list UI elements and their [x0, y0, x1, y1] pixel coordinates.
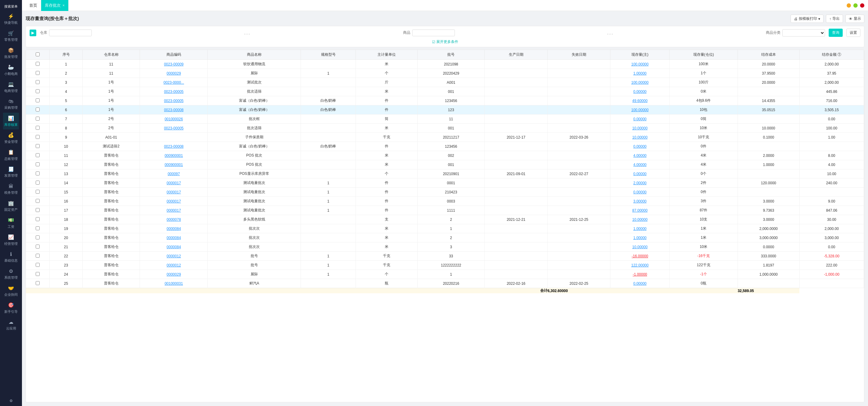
cell-code[interactable]: 0023-00008 [140, 142, 208, 151]
row-checkbox[interactable] [26, 60, 50, 69]
cell-qty_main[interactable]: 0.00000 [610, 114, 670, 124]
cell-code[interactable] [140, 133, 208, 142]
sidebar-item-云应用[interactable]: ☁云应用 [3, 316, 19, 334]
cell-code[interactable]: 000900001 [140, 160, 208, 169]
cell-code[interactable]: 0023-00008 [140, 105, 208, 114]
tab-active[interactable]: 库存批次 × [41, 0, 69, 11]
cell-qty_main[interactable]: -16.00000 [610, 251, 670, 261]
cell-qty_main[interactable]: -1.00000 [610, 270, 670, 279]
row-checkbox[interactable] [26, 188, 50, 197]
sidebar-item-新手引导[interactable]: 🎯新手引导 [3, 299, 19, 316]
row-checkbox[interactable] [26, 215, 50, 224]
cell-qty_main[interactable]: 2.00000 [610, 178, 670, 188]
warehouse-input[interactable] [49, 30, 92, 36]
sidebar-item-企业协同[interactable]: 🤝企业协同 [3, 283, 19, 300]
cell-code[interactable]: 0000029 [140, 69, 208, 78]
tab-home[interactable]: 首页 [26, 0, 41, 11]
row-checkbox[interactable] [26, 87, 50, 96]
row-checkbox[interactable] [26, 124, 50, 133]
window-close-button[interactable] [860, 3, 864, 8]
row-checkbox[interactable] [26, 251, 50, 261]
sidebar-item-资金管理[interactable]: 💰资金管理 [3, 130, 19, 146]
cell-code[interactable]: 0023-00005 [140, 87, 208, 96]
cell-qty_main[interactable]: 1.00000 [610, 224, 670, 233]
cell-code[interactable]: 0000078 [140, 215, 208, 224]
cell-qty_main[interactable]: 10.00000 [610, 133, 670, 142]
cell-code[interactable]: 0000012 [140, 251, 208, 261]
row-checkbox[interactable] [26, 69, 50, 78]
row-checkbox[interactable] [26, 105, 50, 114]
cell-qty_main[interactable]: 1.00000 [610, 233, 670, 242]
row-checkbox[interactable] [26, 78, 50, 87]
sidebar-item-快捷导航[interactable]: ⚡快捷导航 [3, 11, 19, 28]
print-button[interactable]: 🖨 按模板打印 ▾ [790, 14, 824, 23]
row-checkbox[interactable] [26, 151, 50, 160]
row-checkbox[interactable] [26, 224, 50, 233]
cell-code[interactable]: 0000012 [140, 261, 208, 270]
window-minimize-button[interactable] [847, 3, 851, 8]
cell-qty_main[interactable]: 0.00000 [610, 169, 670, 178]
cell-qty_main[interactable]: 0.00000 [610, 142, 670, 151]
cell-code[interactable]: 001000031 [140, 279, 208, 288]
cell-code[interactable]: 0000084 [140, 233, 208, 242]
sidebar-item-经营管理[interactable]: 📈经营管理 [3, 232, 19, 248]
export-button[interactable]: ↑ 导出 [826, 14, 843, 23]
cell-qty_main[interactable]: 4.00000 [610, 160, 670, 169]
cell-qty_main[interactable]: 3.00000 [610, 197, 670, 206]
row-checkbox[interactable] [26, 142, 50, 151]
cell-qty_main[interactable]: 49.60000 [610, 96, 670, 105]
cell-code[interactable]: 0000017 [140, 178, 208, 188]
cell-qty_main[interactable]: 1.00000 [610, 69, 670, 78]
show-button[interactable]: 👁 显示 [845, 14, 864, 23]
row-checkbox[interactable] [26, 197, 50, 206]
row-checkbox[interactable] [26, 270, 50, 279]
sidebar-item-小鹅电商[interactable]: 🦢小鹅电商 [3, 62, 19, 78]
sidebar-item-总账管理[interactable]: 📋总账管理 [3, 146, 19, 164]
sidebar-item-工资[interactable]: 💵工资 [3, 214, 19, 232]
sidebar-item-固定资产[interactable]: 🏢固定资产 [3, 198, 19, 215]
tab-close-icon[interactable]: × [62, 3, 65, 8]
cell-code[interactable]: 0000029 [140, 270, 208, 279]
row-checkbox[interactable] [26, 114, 50, 124]
cell-code[interactable]: 0023-0000... [140, 78, 208, 87]
cell-qty_main[interactable]: 10.00000 [610, 215, 670, 224]
query-button[interactable]: 查询 [829, 29, 843, 37]
cell-code[interactable]: 000900001 [140, 151, 208, 160]
cell-qty_main[interactable]: 100.00000 [610, 105, 670, 114]
row-checkbox[interactable] [26, 133, 50, 142]
sidebar-item-发票管理[interactable]: 🧾发票管理 [3, 164, 19, 181]
cell-qty_main[interactable]: 10.00000 [610, 242, 670, 251]
cell-qty_main[interactable]: 0.00000 [610, 188, 670, 197]
row-checkbox[interactable] [26, 279, 50, 288]
col-checkbox[interactable] [26, 50, 50, 60]
sidebar-gear-icon[interactable]: ⚙ [0, 396, 22, 406]
row-checkbox[interactable] [26, 169, 50, 178]
row-checkbox[interactable] [26, 178, 50, 188]
cell-qty_main[interactable]: 122.00000 [610, 261, 670, 270]
cell-code[interactable]: 0023-00005 [140, 124, 208, 133]
sidebar-item-库存核算[interactable]: 📊库存核算 [3, 113, 19, 130]
cell-code[interactable]: 0000017 [140, 197, 208, 206]
cell-qty_main[interactable]: 4.00000 [610, 151, 670, 160]
cell-qty_main[interactable]: 0.00000 [610, 87, 670, 96]
sidebar-item-电商管理[interactable]: 💻电商管理 [3, 78, 19, 96]
cell-qty_main[interactable]: 87.00000 [610, 206, 670, 215]
row-checkbox[interactable] [26, 96, 50, 105]
cell-code[interactable]: 001000026 [140, 114, 208, 124]
settings-button[interactable]: 设置 [846, 29, 860, 37]
row-checkbox[interactable] [26, 261, 50, 270]
row-checkbox[interactable] [26, 242, 50, 251]
sidebar-item-系统管理[interactable]: ⚙系统管理 [3, 266, 19, 283]
cell-qty_main[interactable]: 0.00000 [610, 279, 670, 288]
cell-qty_main[interactable]: 100.00000 [610, 60, 670, 69]
sidebar-item-零售管理[interactable]: 🛒零售管理 [3, 28, 19, 45]
sidebar-item-批发管理[interactable]: 📦批发管理 [3, 45, 19, 62]
search-expand-button[interactable]: ▶ [30, 30, 36, 36]
cell-code[interactable]: 0000017 [140, 206, 208, 215]
goods-input[interactable] [412, 30, 455, 36]
sidebar-search-menu[interactable]: 搜索菜单 [0, 2, 22, 11]
cell-code[interactable]: 0000017 [140, 188, 208, 197]
category-select[interactable] [782, 29, 825, 37]
row-checkbox[interactable] [26, 233, 50, 242]
cell-code[interactable]: 0023-00005 [140, 96, 208, 105]
